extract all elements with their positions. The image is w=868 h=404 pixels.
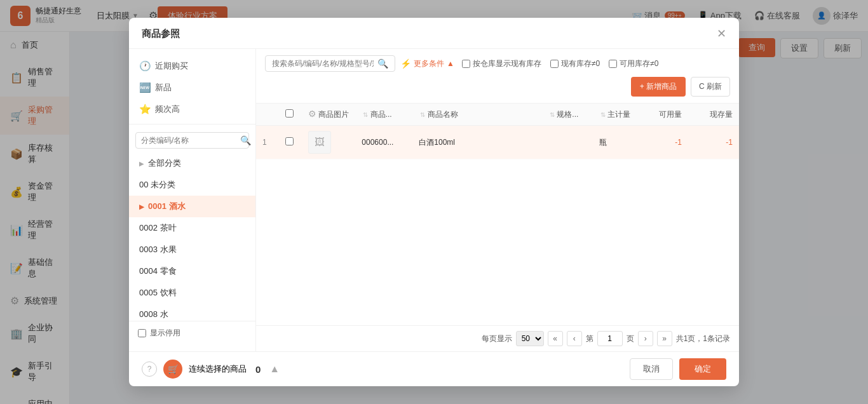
row-img: 🖼 [302, 126, 355, 159]
cat-0004-label: 0004 零食 [139, 266, 177, 277]
image-icon: 🖼 [315, 137, 325, 148]
col-spec-header: ⇅ 规格... [542, 104, 593, 126]
category-panel: 🕐 近期购买 🆕 新品 ⭐ 频次高 🔍 [129, 49, 256, 351]
category-search-input[interactable] [141, 136, 236, 145]
modal-footer: ? 🛒 连续选择的商品 0 ▲ 取消 确定 [129, 351, 739, 386]
cat-0004[interactable]: 0004 零食 [129, 260, 255, 282]
available-checkbox-label[interactable]: 现有库存≠0 [550, 58, 600, 69]
row-stock: -1 [688, 126, 739, 159]
row-num: 1 [256, 126, 279, 159]
triangle-right-icon: ▶ [139, 160, 144, 167]
collapse-button[interactable]: ▲ [269, 363, 280, 375]
toolbar: 🔍 ⚡ 更多条件 ▲ 按仓库显示现有库存 现 [256, 49, 739, 104]
cat-0005[interactable]: 0005 饮料 [129, 282, 255, 304]
row-spec [542, 126, 593, 159]
col-stock-label: 现存量 [710, 110, 733, 119]
quick-recent[interactable]: 🕐 近期购买 [129, 55, 255, 77]
next-page-btn[interactable]: › [638, 331, 653, 346]
show-disabled-checkbox[interactable] [138, 329, 146, 337]
warehouse-label: 按仓库显示现有库存 [473, 58, 541, 69]
cat-all[interactable]: ▶ 全部分类 [129, 152, 255, 174]
modal-body: 🕐 近期购买 🆕 新品 ⭐ 频次高 🔍 [129, 49, 739, 351]
cat-0003-label: 0003 水果 [139, 244, 177, 255]
first-page-btn[interactable]: « [548, 331, 563, 346]
col-num-header [256, 104, 279, 126]
col-spec-label: 规格... [557, 110, 578, 119]
product-search-bar[interactable]: 🔍 [265, 55, 395, 72]
row-checkbox[interactable] [285, 137, 294, 145]
filter-icon: ⚡ [400, 58, 411, 69]
table-row[interactable]: 1 🖼 000600... 白酒100ml [256, 126, 739, 159]
usable-checkbox[interactable] [609, 60, 617, 68]
modal-title: 商品参照 [142, 28, 180, 40]
sort-spec-icon: ⇅ [550, 111, 555, 118]
quick-new[interactable]: 🆕 新品 [129, 77, 255, 98]
col-check-header [279, 104, 302, 126]
modal-header: 商品参照 ✕ [129, 18, 739, 49]
pagination: 每页显示 50 « ‹ 第 1 页 › » 共1页，1条记录 [256, 325, 739, 351]
col-code-header: ⇅ 商品... [355, 104, 412, 126]
quick-freq[interactable]: ⭐ 频次高 [129, 98, 255, 120]
filter-up-icon: ▲ [447, 59, 454, 68]
page-input[interactable]: 1 [597, 331, 623, 346]
cat-0003[interactable]: 0003 水果 [129, 239, 255, 260]
search-icon[interactable]: 🔍 [377, 58, 388, 69]
select-all-checkbox[interactable] [285, 109, 294, 118]
category-search-icon[interactable]: 🔍 [240, 135, 251, 145]
recent-icon: 🕐 [139, 60, 151, 72]
row-check[interactable] [279, 126, 302, 159]
product-table: ⚙ 商品图片 ⇅ 商品... ⇅ 商品名称 [256, 104, 739, 159]
quick-new-label: 新品 [155, 82, 172, 93]
footer-right: 取消 确定 [630, 358, 726, 380]
cat-0001-label: 0001 酒水 [148, 201, 186, 212]
col-name-header: ⇅ 商品名称 [412, 104, 542, 126]
cart-button[interactable]: 🛒 [163, 360, 182, 379]
refresh-button[interactable]: C 刷新 [691, 77, 730, 97]
star-icon: ⭐ [139, 104, 151, 115]
table-settings-icon[interactable]: ⚙ [308, 109, 316, 119]
add-product-button[interactable]: + 新增商品 [631, 77, 686, 97]
modal-close-button[interactable]: ✕ [717, 27, 726, 41]
confirm-button[interactable]: 确定 [679, 358, 726, 380]
selected-label: 连续选择的商品 [189, 363, 247, 375]
product-modal: 商品参照 ✕ 🕐 近期购买 🆕 新品 ⭐ 频次高 [129, 18, 739, 386]
category-search[interactable]: 🔍 [135, 132, 249, 149]
col-img-label: 商品图片 [318, 110, 349, 119]
cat-00[interactable]: 00 未分类 [129, 174, 255, 196]
checkbox-group: 按仓库显示现有库存 现有库存≠0 可用库存≠0 [462, 58, 659, 69]
warehouse-checkbox[interactable] [462, 60, 470, 68]
product-thumbnail: 🖼 [308, 131, 331, 154]
usable-checkbox-label[interactable]: 可用库存≠0 [609, 58, 658, 69]
quick-recent-label: 近期购买 [155, 60, 188, 72]
help-button[interactable]: ? [142, 361, 157, 377]
show-disabled-label[interactable]: 显示停用 [150, 328, 180, 339]
page-suffix: 页 [627, 333, 634, 344]
per-page-select[interactable]: 50 [516, 331, 544, 346]
new-icon: 🆕 [139, 82, 151, 93]
last-page-btn[interactable]: » [657, 331, 672, 346]
prev-page-btn[interactable]: ‹ [567, 331, 582, 346]
product-table-wrap: ⚙ 商品图片 ⇅ 商品... ⇅ 商品名称 [256, 104, 739, 325]
col-unit-label: 主计量 [607, 110, 630, 119]
category-tree: ▶ 全部分类 00 未分类 ▶ 0001 酒水 0002 茶叶 0003 水果 [129, 152, 255, 321]
cat-0002-label: 0002 茶叶 [139, 222, 177, 234]
col-code-label: 商品... [370, 110, 392, 119]
warehouse-checkbox-label[interactable]: 按仓库显示现有库存 [462, 58, 541, 69]
show-disabled-footer: 显示停用 [129, 321, 255, 345]
sort-unit-icon: ⇅ [600, 111, 606, 118]
modal-overlay: 商品参照 ✕ 🕐 近期购买 🆕 新品 ⭐ 频次高 [0, 0, 868, 404]
quick-freq-label: 频次高 [155, 104, 180, 115]
cat-0001[interactable]: ▶ 0001 酒水 [129, 196, 255, 217]
cat-0002[interactable]: 0002 茶叶 [129, 217, 255, 239]
col-name-label: 商品名称 [428, 110, 458, 119]
cat-0008[interactable]: 0008 水 [129, 304, 255, 321]
filter-more-btn[interactable]: ⚡ 更多条件 ▲ [400, 58, 454, 69]
toolbar-right: + 新增商品 C 刷新 [631, 77, 730, 97]
filter-label: 更多条件 [414, 58, 444, 69]
product-search-input[interactable] [272, 59, 374, 68]
cancel-button[interactable]: 取消 [630, 358, 673, 380]
available-checkbox[interactable] [550, 60, 559, 68]
col-stock-header: 现存量 [688, 104, 739, 126]
row-name: 白酒100ml [412, 126, 542, 159]
available-label: 现有库存≠0 [561, 58, 600, 69]
